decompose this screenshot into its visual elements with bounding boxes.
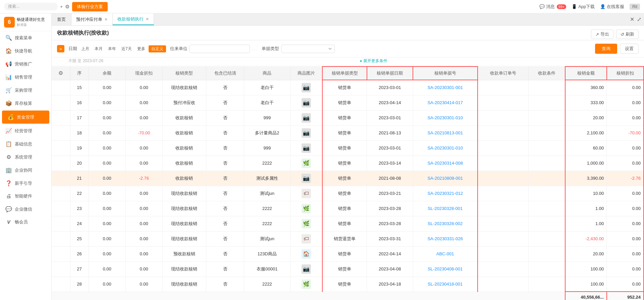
bill-no-link[interactable]: SA-20230301-010 (427, 145, 463, 151)
sidebar-item-operation[interactable]: 📈 经营管理 (0, 124, 51, 137)
bill-no-link[interactable]: SL-20230328-002 (428, 221, 463, 226)
sidebar-item-search[interactable]: 🔍 搜索菜单 (0, 31, 51, 44)
date-7days-button[interactable]: 近7天 (119, 45, 134, 52)
date-this-month-button[interactable]: 本月 (93, 45, 105, 52)
footer-total-amount: 40,556,66... (565, 292, 607, 300)
bill-no-link[interactable]: SA-20230414-017 (427, 100, 463, 105)
tab-write-off-close-icon[interactable]: ✕ (146, 17, 149, 22)
th-settings: ⚙ (52, 67, 70, 80)
cell-write-off-discount: 0.00 (607, 80, 644, 95)
date-last-month-button[interactable]: 上月 (79, 45, 91, 52)
query-button[interactable]: 查询 (595, 44, 617, 54)
tab-close-all-button[interactable]: ✕ (630, 16, 634, 23)
cell-receipt-condition (528, 246, 565, 261)
table-container[interactable]: ⚙ 序 余额 现金折扣 核销类型 包含已结清 商品 商品图片 核销单据类型 核销… (52, 66, 644, 300)
cell-write-off-discount: 0.00 (607, 186, 644, 201)
bill-no-link[interactable]: SL-20230418-001 (428, 282, 463, 287)
cell-cash-discount: 0.00 (125, 246, 162, 261)
tab-home[interactable]: 首页 (52, 13, 71, 25)
export-button[interactable]: ↗ 导出 (591, 30, 613, 39)
sidebar-item-finance[interactable]: 💰 资金管理 (2, 111, 49, 124)
cell-write-off-bill-no: SA-20210813-001 (413, 125, 478, 140)
user-name[interactable]: Rit (630, 4, 640, 10)
cell-cash-discount: 0.00 (125, 216, 162, 231)
bill-no-link[interactable]: SA-20230331-026 (427, 236, 463, 241)
bill-no-link[interactable]: SA-20210813-001 (427, 130, 463, 135)
bill-no-link[interactable]: SA-20230314-008 (427, 161, 463, 166)
sidebar-item-inventory[interactable]: 📦 库存核算 (0, 97, 51, 110)
sidebar-item-guide[interactable]: ❓ 新手引导 (0, 177, 51, 190)
sidebar-item-purchase[interactable]: 🛒 采购管理 (0, 84, 51, 97)
cell-product: 衣服00001 (244, 261, 290, 276)
cell-cash-discount: 0.00 (125, 231, 162, 246)
sidebar-label-finance: 资金管理 (17, 114, 34, 120)
sidebar-item-sales[interactable]: 📊 销售管理 (0, 71, 51, 84)
cell-write-off-type: 收款核销 (162, 110, 206, 125)
top-search-box[interactable]: 搜索... (4, 3, 58, 10)
cell-write-off-date: 2023-04-18 (367, 276, 413, 292)
cell-receipt-condition (528, 201, 565, 216)
online-service-button[interactable]: 👤 在线客服 (600, 4, 624, 10)
date-custom-button[interactable]: 自定义 (149, 45, 166, 52)
tab-fullscreen-button[interactable]: ⤢ (637, 16, 641, 23)
settings-button[interactable]: 设置 (620, 44, 639, 54)
sidebar-item-wechat[interactable]: 💬 企业微信 (0, 203, 51, 216)
cell-balance: 0.00 (89, 95, 125, 110)
sidebar-item-enterprise[interactable]: 🏢 企业协同 (0, 164, 51, 177)
bill-no-link[interactable]: SA-20230301-001 (427, 85, 463, 90)
bill-no-link[interactable]: SA-20230301-010 (427, 115, 463, 120)
refresh-button[interactable]: ↺ 刷新 (616, 30, 639, 39)
sidebar-item-system[interactable]: ⚙ 系统管理 (0, 151, 51, 164)
top-bar-right: 💬 消息 99+ 📱 App下载 👤 在线客服 Rit (539, 4, 640, 10)
date-this-year-button[interactable]: 本年 (106, 45, 118, 52)
table-row: 23 0.00 0.00 现结收款核销 否 2222 🌿 销货单 2023-03… (52, 201, 644, 216)
cell-write-off-amount: 360.00 (565, 80, 607, 95)
cell-product: 999 (244, 110, 290, 125)
logo-name: 畅捷通谱好生意 (17, 17, 45, 23)
bill-no-link[interactable]: SA-20230321-012 (427, 191, 463, 196)
date-more-button[interactable]: 更多 (135, 45, 147, 52)
cell-write-off-type: 预收款核销 (162, 246, 206, 261)
cell-write-off-bill-type: 销货单 (322, 95, 367, 110)
bill-type-select[interactable] (281, 45, 335, 53)
th-receipt-order-no: 收款单订单号 (478, 67, 528, 80)
cell-write-off-date: 2022-04-14 (367, 246, 413, 261)
cell-write-off-discount: -2.76 (607, 171, 644, 186)
settings-icon[interactable]: ⚙ (65, 4, 69, 10)
messages-button[interactable]: 💬 消息 99+ (539, 4, 567, 10)
th-balance: 余额 (89, 67, 125, 80)
bill-no-link[interactable]: SL-20230328-001 (428, 206, 463, 211)
sidebar-item-marketing[interactable]: 📢 营销推广 (0, 57, 51, 71)
refresh-label: 刷新 (626, 31, 634, 37)
expand-more-button[interactable]: ▾ 展开更多条件 (360, 58, 387, 64)
date-filter-section: 日期 上月 本月 本年 近7天 更多 自定义 (68, 45, 166, 52)
source-unit-input[interactable] (190, 45, 250, 53)
sidebar-item-basic-info[interactable]: 📋 基础信息 (0, 137, 51, 151)
bill-no-link[interactable]: ABC-001 (436, 251, 454, 256)
column-settings-button[interactable]: ⚙ (58, 70, 63, 76)
sidebar-item-quick-nav[interactable]: 🏠 快捷导航 (0, 44, 51, 57)
bill-no-link[interactable]: SA-20210808-001 (427, 176, 463, 181)
cell-write-off-bill-no: SL-20230328-002 (413, 216, 478, 231)
table-header-row: ⚙ 序 余额 现金折扣 核销类型 包含已结清 商品 商品图片 核销单据类型 核销… (52, 67, 644, 80)
dropdown-arrow-icon[interactable]: ▾ (60, 4, 62, 9)
cell-include-settled: 否 (206, 186, 244, 201)
bill-no-link[interactable]: SL-20230408-001 (428, 266, 463, 271)
marketing-icon: 📢 (5, 61, 12, 67)
tab-prepay[interactable]: 预付冲应付单 ✕ (71, 13, 113, 25)
tab-write-off[interactable]: 收款核销执行 ✕ (113, 13, 154, 25)
cell-no: 26 (70, 246, 89, 261)
industry-solution-button[interactable]: 体验行业方案 (72, 2, 108, 11)
cell-write-off-bill-type: 销货单 (322, 186, 367, 201)
filter-collapse-button[interactable]: » (57, 45, 64, 52)
app-download-button[interactable]: 📱 App下载 (572, 4, 595, 10)
sidebar-item-hardware[interactable]: 🖨 智能硬件 (0, 190, 51, 203)
tab-prepay-close-icon[interactable]: ✕ (104, 17, 108, 22)
table-row: 19 0.00 0.00 收款核销 否 999 📷 销货单 2023-03-01… (52, 140, 644, 156)
cell-include-settled: 否 (206, 261, 244, 276)
cell-receipt-condition (528, 80, 565, 95)
th-write-off-bill-type: 核销单据类型 (322, 67, 367, 80)
top-bar-left: 搜索... ▾ ⚙ 体验行业方案 (4, 2, 537, 11)
sidebar-item-member[interactable]: V 畅会员 (0, 216, 51, 228)
sidebar-label-system: 系统管理 (15, 154, 32, 160)
